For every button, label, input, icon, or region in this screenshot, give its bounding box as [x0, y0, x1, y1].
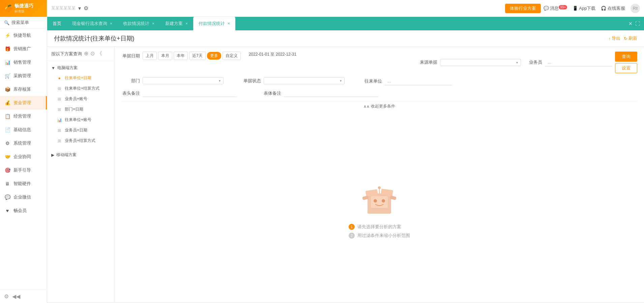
enterprise-icon: 🤝 — [4, 153, 11, 160]
sidebar: 🍊 畅捷通巧 标准版 🔍 搜索菜单 ⚡ 快捷导航 🎁 营销推广 📊 销售管理 — [0, 0, 47, 303]
source-select[interactable]: ▾ — [440, 59, 521, 66]
expand-tabs-btn[interactable]: ⛶ — [635, 21, 640, 26]
date-btn-7days[interactable]: 近7天 — [189, 52, 206, 60]
scheme-section-desktop-header[interactable]: ▼ 电脑端方案 — [47, 63, 114, 73]
sidebar-item-system[interactable]: ⚙ 系统管理 — [0, 137, 47, 150]
settings-scheme-icon[interactable]: ⊙ — [90, 50, 95, 57]
sidebar-item-basic[interactable]: 📄 基础信息 — [0, 123, 47, 137]
export-link[interactable]: ↑ 导出 — [609, 35, 621, 41]
tab-cash-flow-close[interactable]: × — [110, 21, 112, 26]
tab-home[interactable]: 首页 — [47, 17, 67, 30]
sidebar-item-operation[interactable]: 📋 经营管理 — [0, 110, 47, 123]
quick-nav-icon: ⚡ — [4, 32, 11, 39]
messages-link[interactable]: 💬 消息99+ — [544, 5, 567, 11]
scheme-item-staff-account[interactable]: ⊞ 业务员+账号 — [47, 94, 114, 104]
partner-input[interactable]: ... — [385, 77, 452, 85]
sidebar-search[interactable]: 🔍 搜索菜单 — [0, 17, 47, 29]
scheme-item-partner-account[interactable]: 📊 往来单位+账号 — [47, 115, 114, 125]
filter-dept: 部门 ▾ — [121, 77, 224, 84]
tab-receipts-close[interactable]: × — [152, 21, 154, 26]
filter-partner: 往来单位 ... — [363, 77, 452, 85]
date-btn-more[interactable]: 更多 — [207, 52, 221, 60]
app-download-link[interactable]: 📱 App下载 — [573, 5, 595, 11]
page-title: 付款情况统计(往来单位+日期) — [54, 34, 609, 42]
user-avatar[interactable]: Rit — [631, 4, 640, 13]
tab-new-scheme-close[interactable]: × — [185, 21, 188, 26]
scheme-item-label: 业务员+日期 — [65, 127, 87, 133]
body-note-label: 表体备注 — [263, 90, 281, 96]
empty-hint-2: 2 用过滤条件来缩小分析范围 — [349, 233, 410, 239]
operation-icon: 📋 — [4, 113, 11, 120]
sidebar-item-member[interactable]: ♥ 畅会员 — [0, 204, 47, 217]
sidebar-item-inventory[interactable]: 📦 库存核算 — [0, 83, 47, 96]
sidebar-item-purchase[interactable]: 🛒 采购管理 — [0, 69, 47, 83]
header-note-input[interactable] — [143, 89, 237, 97]
close-all-tabs-btn[interactable]: ✕ — [628, 21, 633, 26]
chevron-up-icon: ∧∧ — [363, 104, 370, 109]
scheme-item-label: 往来单位+日期 — [65, 75, 91, 81]
doc-status-arrow: ▾ — [340, 79, 342, 83]
topbar-right: 💬 消息99+ 📱 App下载 🎧 在线客服 Rit — [544, 4, 640, 13]
partner-label: 往来单位 — [363, 78, 382, 84]
scheme-item-dept-date[interactable]: ⊞ 部门+日期 — [47, 104, 114, 115]
dropdown-icon[interactable]: ▾ — [78, 5, 81, 11]
tabbar-actions: ✕ ⛶ — [628, 21, 644, 26]
date-btn-this-year[interactable]: 本年 — [174, 52, 188, 60]
scheme-active-icon: ● — [57, 75, 62, 81]
svg-point-5 — [382, 199, 385, 203]
sidebar-item-label: 基础信息 — [13, 127, 31, 133]
sidebar-item-enterprise[interactable]: 🤝 企业协同 — [0, 150, 47, 163]
scheme-section-mobile-header[interactable]: ▶ 移动端方案 — [47, 150, 114, 160]
scheme-chart-icon: 📊 — [57, 117, 62, 123]
staff-input[interactable]: ... — [545, 58, 612, 66]
scheme-item-staff-date[interactable]: ⊞ 业务员+日期 — [47, 125, 114, 135]
tab-receipts-label: 收款情况统计 — [123, 21, 149, 27]
header-note-label: 表头备注 — [121, 90, 140, 96]
chevron-right-icon: ▶ — [51, 153, 54, 157]
tab-home-label: 首页 — [53, 21, 61, 27]
sidebar-item-guide[interactable]: 🎯 新手引导 — [0, 163, 47, 177]
collapse-panel-icon[interactable]: 《 — [97, 50, 102, 57]
sidebar-item-wechat[interactable]: 💬 企业微信 — [0, 190, 47, 204]
topbar-settings-icon[interactable]: ⚙ — [84, 5, 88, 11]
tab-receipts[interactable]: 收款情况统计 × — [118, 17, 160, 30]
page-content: 付款情况统计(往来单位+日期) ↑ 导出 ↻ 刷新 按 — [47, 30, 644, 303]
doc-status-select[interactable]: ▾ — [264, 77, 345, 84]
trial-btn[interactable]: 体验行业方案 — [505, 4, 541, 13]
online-service-link[interactable]: 🎧 在线客服 — [601, 5, 625, 11]
add-scheme-icon[interactable]: ⊕ — [84, 50, 88, 57]
sales-icon: 📊 — [4, 59, 11, 66]
collapse-conditions-btn[interactable]: ∧∧ 收起更多条件 — [121, 101, 637, 111]
scheme-item-staff-settle[interactable]: ⊞ 业务员+结算方式 — [47, 135, 114, 146]
tab-payments-close[interactable]: × — [228, 21, 230, 26]
date-btn-this-month[interactable]: 本月 — [158, 52, 172, 60]
sidebar-item-sales[interactable]: 📊 销售管理 — [0, 56, 47, 69]
wechat-icon: 💬 — [4, 194, 11, 201]
scheme-item-partner-date[interactable]: ● 往来单位+日期 — [47, 73, 114, 83]
empty-illustration — [359, 177, 400, 217]
sidebar-item-hardware[interactable]: 🖥 智能硬件 — [0, 177, 47, 190]
date-btn-last-month[interactable]: 上月 — [143, 52, 157, 60]
sidebar-item-marketing[interactable]: 🎁 营销推广 — [0, 42, 47, 56]
scheme-item-label: 业务员+结算方式 — [65, 138, 95, 144]
sidebar-item-capital[interactable]: 💰 资金管理 — [0, 96, 47, 110]
dept-select-arrow: ▾ — [219, 79, 221, 83]
tab-new-scheme[interactable]: 新建方案 × — [160, 17, 193, 30]
collapse-sidebar-icon[interactable]: ◀◀ — [12, 293, 20, 300]
date-label: 单据日期 — [121, 53, 140, 59]
date-buttons: 上月 本月 本年 近7天 更多 自定义 — [143, 52, 241, 60]
scheme-table-icon: ⊞ — [57, 86, 62, 91]
dept-select[interactable]: ▾ — [143, 77, 224, 84]
date-btn-custom[interactable]: 自定义 — [223, 52, 241, 60]
tab-cash-flow[interactable]: 现金银行流水查询 × — [67, 17, 118, 30]
refresh-link[interactable]: ↻ 刷新 — [624, 35, 637, 41]
scheme-item-partner-settle[interactable]: ⊞ 往来单位+结算方式 — [47, 83, 114, 94]
sidebar-item-quick-nav[interactable]: ⚡ 快捷导航 — [0, 29, 47, 42]
settings-footer-icon[interactable]: ⚙ — [4, 293, 9, 300]
query-btn[interactable]: 查询 — [615, 52, 637, 62]
settings-btn[interactable]: 设置 — [615, 63, 637, 73]
tab-payments[interactable]: 付款情况统计 × — [193, 17, 235, 30]
body-note-input[interactable] — [284, 89, 378, 97]
hint-text-2: 用过滤条件来缩小分析范围 — [357, 233, 410, 239]
scheme-item-label: 部门+日期 — [65, 107, 83, 112]
